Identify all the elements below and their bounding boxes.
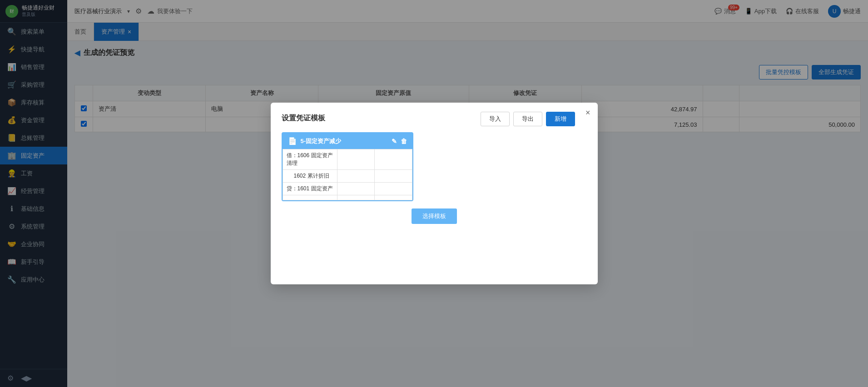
entry-col2-3: [337, 183, 375, 195]
import-btn[interactable]: 导入: [481, 112, 510, 126]
dialog-close-btn[interactable]: ×: [585, 108, 590, 118]
modal-overlay: 设置凭证模板 × 导入 导出 新增 📄 5-固定资产减少 ✎ 🗑: [0, 0, 868, 387]
template-title: 固定资产减少: [306, 138, 341, 144]
entry-col3-4: [375, 195, 412, 200]
template-delete-icon[interactable]: 🗑: [401, 138, 407, 145]
table-row: 1602 累计折旧: [283, 170, 412, 183]
template-edit-icon[interactable]: ✎: [392, 138, 397, 145]
table-row: 借：1606 固定资产清理: [283, 149, 412, 170]
table-row: 贷：1601 固定资产: [283, 183, 412, 195]
entry-col3-3: [375, 183, 412, 195]
entry-side-1: 借：1606 固定资产清理: [283, 149, 337, 170]
entry-side-4: [283, 195, 337, 200]
template-card-actions: ✎ 🗑: [392, 138, 407, 145]
template-id: 5: [301, 138, 304, 144]
template-card-header: 📄 5-固定资产减少 ✎ 🗑: [283, 133, 412, 149]
table-row: [283, 195, 412, 200]
template-name: 5-固定资产减少: [301, 137, 342, 145]
select-template-btn[interactable]: 选择模板: [412, 208, 457, 224]
entry-side-2: 1602 累计折旧: [283, 170, 337, 183]
template-entries-table: 借：1606 固定资产清理 1602 累计折旧 贷：1601 固定资产: [283, 149, 412, 200]
template-doc-icon: 📄: [288, 137, 297, 145]
entry-col2-2: [337, 170, 375, 183]
new-btn[interactable]: 新增: [546, 112, 575, 126]
template-card: 📄 5-固定资产减少 ✎ 🗑 借：1606 固定资产清理: [282, 132, 413, 201]
entry-side-3: 贷：1601 固定资产: [283, 183, 337, 195]
entry-col2-4: [337, 195, 375, 200]
template-header-left: 📄 5-固定资产减少: [288, 137, 342, 145]
dialog: 设置凭证模板 × 导入 导出 新增 📄 5-固定资产减少 ✎ 🗑: [271, 103, 598, 284]
dialog-toolbar: 导入 导出 新增: [481, 112, 575, 126]
entry-col3-2: [375, 170, 412, 183]
entry-col2-1: [337, 149, 375, 170]
export-btn[interactable]: 导出: [513, 112, 542, 126]
entry-col3-1: [375, 149, 412, 170]
